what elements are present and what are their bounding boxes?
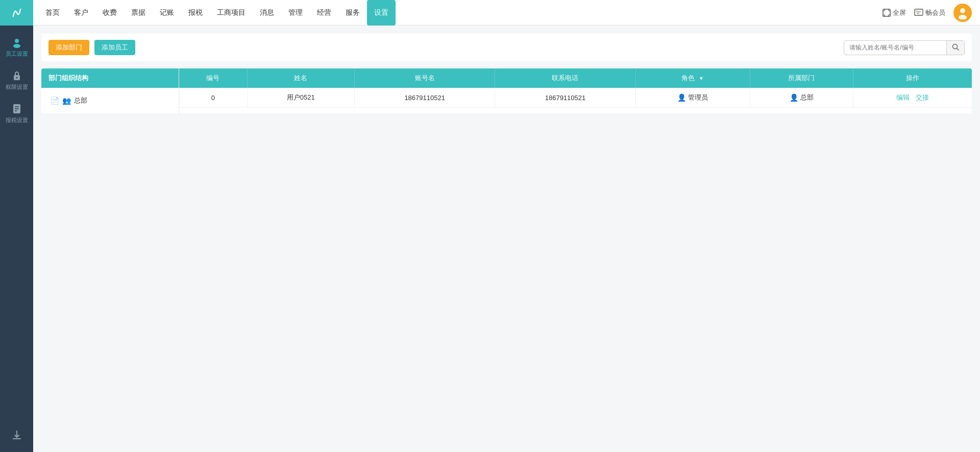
toolbar: 添加部门 添加员工 (41, 34, 972, 61)
fullscreen-label: 全屏 (893, 8, 906, 17)
svg-point-7 (13, 44, 20, 48)
svg-point-4 (960, 8, 965, 13)
avatar-icon (956, 6, 969, 19)
employee-table: 编号 姓名 账号名 联系电话 角色 ▼ 所属部门 操作 (179, 68, 972, 108)
col-account: 账号名 (355, 68, 495, 88)
cell-name: 用户0521 (247, 88, 355, 108)
sidebar-tax-label: 报税设置 (6, 116, 28, 124)
svg-rect-3 (916, 11, 917, 12)
body-area: 部门组织结构 📄 👥 总部 编号 姓名 账号名 (41, 68, 972, 113)
sidebar-item-staff[interactable]: 员工设置 (0, 31, 33, 64)
nav-bill[interactable]: 票据 (124, 0, 153, 26)
top-nav: 首页 客户 收费 票据 记账 报税 工商项目 消息 管理 经营 服务 设置 全屏 (0, 0, 980, 26)
cell-phone: 18679110521 (495, 88, 635, 108)
main-content: 添加部门 添加员工 部门组织结构 📄 👥 (33, 26, 980, 452)
col-name: 姓名 (247, 68, 355, 88)
person-settings-icon (11, 37, 22, 48)
col-action: 操作 (853, 68, 972, 88)
nav-service[interactable]: 服务 (338, 0, 367, 26)
dept-tree-body: 📄 👥 总部 (41, 88, 179, 113)
cell-id: 0 (179, 88, 247, 108)
fullscreen-btn[interactable]: 全屏 (883, 8, 906, 17)
logo-icon (8, 4, 26, 22)
search-button[interactable] (946, 41, 964, 55)
cell-account: 18679110521 (355, 88, 495, 108)
nav-customer[interactable]: 客户 (67, 0, 95, 26)
nav-settings[interactable]: 设置 (367, 0, 396, 26)
cell-role: 👤 管理员 (635, 88, 750, 108)
member-label: 畅会员 (925, 8, 945, 17)
dept-tree-header: 部门组织结构 (41, 68, 179, 88)
nav-items: 首页 客户 收费 票据 记账 报税 工商项目 消息 管理 经营 服务 设置 (33, 0, 883, 26)
svg-line-12 (957, 48, 959, 50)
svg-point-9 (16, 77, 17, 79)
sidebar-bottom (0, 423, 33, 452)
cell-dept: 👤 总部 (750, 88, 853, 108)
report-icon (11, 103, 22, 114)
dept-person-icon: 👤 (790, 93, 798, 102)
sidebar-item-permission[interactable]: 权限设置 (0, 64, 33, 97)
nav-home[interactable]: 首页 (38, 0, 67, 26)
nav-right: 全屏 畅会员 (883, 4, 980, 22)
dept-value: 总部 (800, 93, 814, 102)
table-row: 0 用户0521 18679110521 18679110521 👤 管理员 (179, 88, 972, 108)
table-area: 编号 姓名 账号名 联系电话 角色 ▼ 所属部门 操作 (179, 68, 972, 113)
nav-tax[interactable]: 报税 (181, 0, 210, 26)
nav-manage[interactable]: 管理 (281, 0, 310, 26)
table-header-row: 编号 姓名 账号名 联系电话 角色 ▼ 所属部门 操作 (179, 68, 972, 88)
search-icon (952, 43, 959, 51)
col-dept: 所属部门 (750, 68, 853, 88)
search-input[interactable] (844, 41, 946, 54)
edit-link[interactable]: 编辑 (896, 93, 910, 101)
fullscreen-icon (883, 9, 891, 17)
svg-rect-1 (883, 9, 890, 16)
file-icon: 📄 (51, 97, 59, 105)
sort-icon: ▼ (699, 76, 704, 81)
nav-operation[interactable]: 经营 (310, 0, 338, 26)
search-box (844, 40, 965, 55)
cell-action: 编辑 交接 (853, 88, 972, 108)
nav-fee[interactable]: 收费 (95, 0, 124, 26)
sidebar-item-tax[interactable]: 报税设置 (0, 97, 33, 130)
dept-name: 总部 (74, 96, 87, 105)
dept-tree: 部门组织结构 📄 👥 总部 (41, 68, 179, 113)
svg-point-6 (15, 39, 19, 43)
member-icon (914, 9, 923, 17)
col-role: 角色 ▼ (635, 68, 750, 88)
sidebar-item-download[interactable] (0, 423, 33, 447)
lock-icon (11, 70, 22, 81)
nav-message[interactable]: 消息 (253, 0, 281, 26)
dept-tree-item[interactable]: 📄 👥 总部 (46, 93, 174, 108)
role-person-icon: 👤 (677, 93, 686, 102)
user-avatar[interactable] (953, 4, 972, 22)
add-dept-button[interactable]: 添加部门 (48, 40, 89, 55)
add-staff-button[interactable]: 添加员工 (94, 40, 135, 55)
dept-people-icon: 👥 (62, 97, 71, 105)
sidebar-staff-label: 员工设置 (6, 50, 28, 58)
svg-point-5 (959, 15, 967, 19)
logo-area (0, 0, 33, 26)
col-id: 编号 (179, 68, 247, 88)
svg-rect-2 (915, 9, 923, 15)
nav-biz[interactable]: 工商项目 (210, 0, 253, 26)
role-value: 管理员 (688, 93, 708, 102)
transfer-link[interactable]: 交接 (916, 93, 929, 101)
layout: 员工设置 权限设置 报税设置 (0, 26, 980, 452)
nav-account[interactable]: 记账 (153, 0, 181, 26)
member-btn[interactable]: 畅会员 (914, 8, 945, 17)
sidebar: 员工设置 权限设置 报税设置 (0, 26, 33, 452)
col-phone: 联系电话 (495, 68, 635, 88)
sidebar-permission-label: 权限设置 (6, 83, 28, 91)
download-icon (11, 430, 22, 441)
